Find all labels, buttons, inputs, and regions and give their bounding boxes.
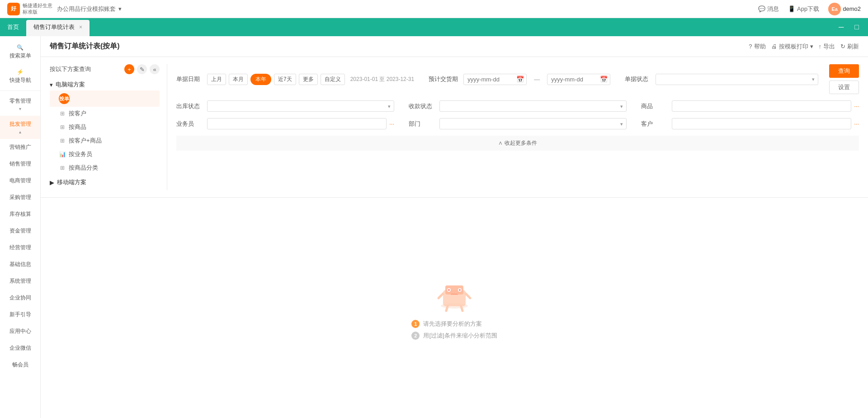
- top-bar-right: 💬 消息 📱 App下载 Ea demo2: [758, 3, 861, 15]
- status-select[interactable]: [656, 74, 818, 85]
- app-download-btn[interactable]: 📱 App下载: [788, 5, 819, 13]
- search-menu-icon: 🔍: [17, 44, 24, 51]
- sidebar-item-corp-wechat[interactable]: 企业微信: [0, 340, 40, 356]
- sidebar-item-label: 零售管理: [9, 97, 31, 105]
- sidebar-item-label: 快捷导航: [9, 76, 31, 84]
- salesperson-more-btn[interactable]: ···: [389, 120, 394, 127]
- goods-more-btn[interactable]: ···: [854, 103, 859, 109]
- sidebar-item-label: 经营管理: [9, 244, 31, 252]
- sidebar-item-label: 销售管理: [9, 160, 31, 168]
- message-btn[interactable]: 💬 消息: [758, 5, 779, 13]
- sidebar-item-sales[interactable]: 销售管理: [0, 156, 40, 172]
- mobile-scheme-section-header[interactable]: ▶ 移动端方案: [50, 176, 160, 188]
- pc-scheme-section-header[interactable]: ▾ 电脑端方案: [50, 79, 160, 90]
- sidebar-item-marketing[interactable]: 营销推广: [0, 139, 40, 156]
- user-area[interactable]: Ea demo2: [828, 3, 861, 15]
- sidebar-item-operations[interactable]: 经营管理: [0, 239, 40, 256]
- tab-home[interactable]: 首页: [0, 18, 26, 36]
- out-status-select-wrap: ▾: [207, 100, 394, 112]
- goods-input[interactable]: [672, 100, 851, 112]
- customer-input-group: ···: [672, 118, 859, 129]
- window-minimize-btn[interactable]: ─: [835, 21, 847, 33]
- sidebar-item-new-guide[interactable]: 新手引导: [0, 306, 40, 323]
- help-icon: ?: [749, 43, 752, 50]
- filter-row-2: 出库状态 ▾ 收款状态 ▾: [176, 100, 859, 112]
- help-btn[interactable]: ? 帮助: [749, 43, 765, 51]
- date-range-text: 2023-01-01 至 2023-12-31: [350, 76, 414, 83]
- export-btn[interactable]: ↑ 导出: [819, 43, 835, 51]
- scheme-item-icon: ⊞: [59, 138, 66, 144]
- expected-date-from-input[interactable]: [463, 74, 527, 85]
- sidebar-item-inventory[interactable]: 库存核算: [0, 206, 40, 223]
- scheme-add-btn[interactable]: +: [124, 64, 134, 74]
- sidebar-item-label: 库存核算: [9, 210, 31, 218]
- window-maximize-btn[interactable]: □: [851, 21, 863, 33]
- date-label: 单据日期: [176, 75, 202, 83]
- breadcrumb: 办公用品行业模拟账套 ▾: [57, 5, 122, 13]
- sidebar-item-wholesale[interactable]: 批发管理 ▴: [0, 116, 40, 139]
- sidebar-item-label: 畅会员: [12, 361, 28, 369]
- date-btn-7days[interactable]: 近7天: [274, 74, 296, 85]
- scheme-item-by-order[interactable]: 按单: [50, 90, 160, 107]
- dept-select[interactable]: [439, 118, 627, 129]
- sidebar-item-system[interactable]: 系统管理: [0, 273, 40, 290]
- date-btn-last-month[interactable]: 上月: [207, 74, 226, 85]
- expected-date-to-input[interactable]: [547, 74, 610, 85]
- sidebar-item-quick-nav[interactable]: ⚡ 快捷导航: [0, 64, 40, 89]
- sidebar-item-label: 资金管理: [9, 227, 31, 235]
- filter-row-1: 单据日期 上月 本月 本年 近7天 更多 自定义 2023-01-01 至 20…: [176, 64, 859, 94]
- template-print-btn[interactable]: 🖨 按模板打印 ▾: [771, 43, 813, 51]
- scheme-item-icon: ⊞: [59, 165, 66, 171]
- sidebar-item-label: 电商管理: [9, 177, 31, 185]
- refresh-btn[interactable]: ↻ 刷新: [840, 43, 859, 51]
- sidebar-item-corp-collab[interactable]: 企业协同: [0, 290, 40, 306]
- svg-line-11: [461, 306, 462, 311]
- svg-line-10: [446, 306, 448, 311]
- filter-section: 按以下方案查询 + ✎ « ▾ 电脑端方案 按单: [50, 64, 859, 190]
- salesperson-input[interactable]: [207, 118, 387, 129]
- sidebar-item-purchase[interactable]: 采购管理: [0, 189, 40, 206]
- settings-btn[interactable]: 设置: [829, 81, 859, 94]
- collapse-bar[interactable]: ∧ 收起更多条件: [176, 136, 859, 151]
- breadcrumb-dropdown-icon[interactable]: ▾: [118, 5, 122, 12]
- scheme-item-by-salesperson[interactable]: 📊 按业务员: [50, 147, 160, 161]
- goods-label: 商品: [641, 102, 666, 110]
- scheme-item-by-goods[interactable]: ⊞ 按商品: [50, 120, 160, 134]
- scheme-item-by-customer[interactable]: ⊞ 按客户: [50, 107, 160, 120]
- sidebar-item-ecommerce[interactable]: 电商管理: [0, 172, 40, 189]
- sidebar-item-label: 新手引导: [9, 311, 31, 318]
- date-btn-more[interactable]: 更多: [299, 74, 318, 85]
- tip-num-2: 2: [411, 332, 420, 340]
- date-btn-this-year[interactable]: 本年: [250, 74, 271, 85]
- sidebar-item-finance[interactable]: 资金管理: [0, 223, 40, 239]
- expected-date-to-wrap: 📅: [547, 74, 610, 85]
- out-status-label: 出库状态: [176, 102, 202, 110]
- tab-sales-order[interactable]: 销售订单统计表 ×: [26, 20, 90, 36]
- customer-label: 客户: [641, 120, 666, 128]
- sidebar-item-member[interactable]: 畅会员: [0, 356, 40, 373]
- customer-more-btn[interactable]: ···: [854, 120, 859, 127]
- sidebar-item-search-menu[interactable]: 🔍 搜索菜单: [0, 40, 40, 64]
- sidebar-item-retail[interactable]: 零售管理 ▾: [0, 93, 40, 116]
- scheme-collapse-btn[interactable]: «: [150, 64, 160, 74]
- sidebar-item-basic-info[interactable]: 基础信息: [0, 256, 40, 273]
- customer-input[interactable]: [672, 118, 851, 129]
- out-status-select[interactable]: [207, 100, 394, 112]
- expected-date-from-wrap: 📅: [463, 74, 527, 85]
- receipt-status-select[interactable]: [439, 100, 627, 112]
- scheme-header: 按以下方案查询 + ✎ «: [50, 64, 160, 74]
- scheme-item-by-goods-category[interactable]: ⊞ 按商品分类: [50, 161, 160, 175]
- salesperson-input-group: ···: [207, 118, 394, 129]
- mobile-scheme-section: ▶ 移动端方案: [50, 176, 160, 188]
- logo-icon: 好: [7, 3, 20, 15]
- message-icon: 💬: [758, 5, 765, 12]
- expected-date-label: 预计交货期: [429, 75, 458, 83]
- scheme-item-by-customer-goods[interactable]: ⊞ 按客户+商品: [50, 134, 160, 147]
- sidebar-item-app-center[interactable]: 应用中心: [0, 323, 40, 340]
- scheme-edit-btn[interactable]: ✎: [137, 64, 147, 74]
- page-actions: ? 帮助 🖨 按模板打印 ▾ ↑ 导出 ↻ 刷新: [749, 43, 859, 56]
- date-btn-this-month[interactable]: 本月: [229, 74, 248, 85]
- tab-close-icon[interactable]: ×: [79, 24, 82, 30]
- query-btn[interactable]: 查询: [829, 64, 859, 78]
- date-btn-custom[interactable]: 自定义: [321, 74, 345, 85]
